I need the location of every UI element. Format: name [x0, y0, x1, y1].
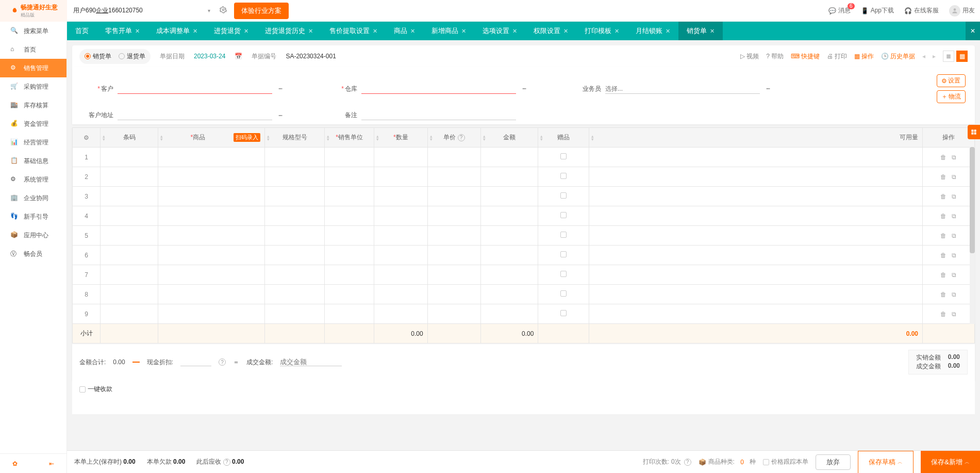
messages-link[interactable]: 💬 消息 6	[828, 6, 851, 15]
nav-item-4[interactable]: 🏬库存核算	[0, 96, 67, 115]
support-link[interactable]: 🎧 在线客服	[904, 6, 939, 15]
help-icon[interactable]: ?	[684, 459, 691, 466]
col-product[interactable]: ▴▾*商品扫码录入	[158, 128, 264, 148]
col-avail[interactable]: ▴▾可用量	[589, 128, 922, 148]
col-spec[interactable]: ▴▾规格型号	[264, 128, 324, 148]
delete-row-icon[interactable]: 🗑	[940, 232, 946, 239]
calendar-icon[interactable]: 📅	[235, 53, 242, 60]
close-icon[interactable]: ✕	[193, 28, 197, 35]
delete-row-icon[interactable]: 🗑	[940, 173, 946, 181]
brand-logo[interactable]: 畅捷通好生意 精品版	[0, 0, 67, 22]
nav-item-11[interactable]: 📦应用中心	[0, 226, 67, 244]
warehouse-lookup-icon[interactable]: ···	[520, 85, 528, 92]
table-row[interactable]: 8🗑⧉	[73, 285, 975, 304]
app-download-link[interactable]: 📱 App下载	[861, 6, 894, 15]
copy-row-icon[interactable]: ⧉	[952, 213, 956, 220]
table-row[interactable]: 2🗑⧉	[73, 167, 975, 187]
nav-item-9[interactable]: 🏢企业协同	[0, 189, 67, 207]
nav-item-1[interactable]: ⌂首页	[0, 40, 67, 59]
tab-8[interactable]: 选项设置✕	[474, 22, 525, 40]
table-row[interactable]: 1🗑⧉	[73, 148, 975, 167]
delete-row-icon[interactable]: 🗑	[940, 154, 946, 161]
view-card-icon[interactable]: ▦	[956, 51, 968, 62]
settings-button[interactable]: ⚙ 设置	[937, 74, 966, 87]
nav-item-12[interactable]: Ⓥ畅会员	[0, 244, 67, 263]
collapse-icon[interactable]: ⇤	[49, 460, 54, 467]
col-barcode[interactable]: ▴▾条码	[101, 128, 158, 148]
col-gift[interactable]: ▴▾赠品	[538, 128, 589, 148]
tab-4[interactable]: 进货退货历史✕	[257, 22, 321, 40]
gear-icon[interactable]	[220, 6, 227, 15]
nav-item-7[interactable]: 📋基础信息	[0, 152, 67, 170]
copy-row-icon[interactable]: ⧉	[952, 193, 956, 200]
print-link[interactable]: 🖨 打印	[827, 52, 847, 61]
discard-button[interactable]: 放弃	[816, 454, 851, 470]
save-new-button[interactable]: 保存&新增︿	[921, 451, 980, 474]
help-icon[interactable]: ?	[458, 134, 465, 141]
help-link[interactable]: ? 帮助	[766, 52, 784, 61]
price-track-checkbox[interactable]: 价格跟踪本单	[763, 458, 808, 466]
nav-item-5[interactable]: 💰资金管理	[0, 115, 67, 133]
close-icon[interactable]: ✕	[710, 28, 715, 35]
next-record-icon[interactable]: ▸	[933, 53, 936, 60]
gift-checkbox[interactable]	[560, 173, 567, 179]
table-row[interactable]: 6🗑⧉	[73, 246, 975, 265]
delete-row-icon[interactable]: 🗑	[940, 213, 946, 220]
ops-link[interactable]: ▦ 操作	[854, 52, 874, 61]
help-icon[interactable]: ?	[223, 459, 230, 466]
chevron-down-icon[interactable]: ▾	[208, 8, 210, 13]
tab-9[interactable]: 权限设置✕	[525, 22, 576, 40]
table-row[interactable]: 9🗑⧉	[73, 304, 975, 324]
close-all-tabs-icon[interactable]: ✕	[966, 22, 980, 40]
history-link[interactable]: 🕒 历史单据	[881, 52, 915, 61]
tab-0[interactable]: 首页	[67, 22, 97, 40]
close-icon[interactable]: ✕	[666, 28, 670, 35]
close-icon[interactable]: ✕	[410, 28, 415, 35]
col-unit[interactable]: ▴▾*销售单位	[325, 128, 374, 148]
shortcut-link[interactable]: ⌨ 快捷键	[791, 52, 820, 61]
gift-checkbox[interactable]	[560, 251, 567, 257]
tab-12[interactable]: 销货单✕	[678, 22, 723, 40]
close-icon[interactable]: ✕	[461, 28, 466, 35]
delete-row-icon[interactable]: 🗑	[940, 252, 946, 259]
table-row[interactable]: 7🗑⧉	[73, 265, 975, 285]
gift-checkbox[interactable]	[560, 153, 567, 159]
deal-input[interactable]	[280, 358, 342, 366]
tab-1[interactable]: 零售开单✕	[97, 22, 148, 40]
video-link[interactable]: ▷ 视频	[740, 52, 759, 61]
remark-input[interactable]	[361, 110, 516, 120]
nav-item-10[interactable]: 👣新手引导	[0, 207, 67, 226]
nav-item-0[interactable]: 🔍搜索菜单	[0, 22, 67, 40]
save-draft-button[interactable]: 保存草稿︿	[858, 451, 913, 474]
onekey-checkbox[interactable]: 一键收款	[79, 385, 968, 394]
cash-discount-input[interactable]	[180, 358, 211, 366]
gift-checkbox[interactable]	[560, 310, 567, 316]
side-drawer-toggle[interactable]	[968, 125, 980, 139]
copy-row-icon[interactable]: ⧉	[952, 271, 956, 279]
col-gear[interactable]: ⚙	[73, 128, 101, 148]
prev-record-icon[interactable]: ◂	[922, 53, 925, 60]
salesperson-input[interactable]	[605, 84, 760, 94]
experience-button[interactable]: 体验行业方案	[234, 3, 289, 19]
copy-row-icon[interactable]: ⧉	[952, 291, 956, 298]
copy-row-icon[interactable]: ⧉	[952, 311, 956, 318]
copy-row-icon[interactable]: ⧉	[952, 173, 956, 181]
radio-return[interactable]: 退货单	[119, 52, 145, 61]
tab-2[interactable]: 成本调整单✕	[148, 22, 206, 40]
help-icon[interactable]: ?	[219, 358, 226, 366]
close-icon[interactable]: ✕	[563, 28, 568, 35]
gift-checkbox[interactable]	[560, 232, 567, 238]
col-price[interactable]: ▴▾单价 ?	[427, 128, 481, 148]
tab-3[interactable]: 进货退货✕	[206, 22, 257, 40]
close-icon[interactable]: ✕	[244, 28, 248, 35]
gift-checkbox[interactable]	[560, 212, 567, 218]
copy-row-icon[interactable]: ⧉	[952, 232, 956, 239]
table-scrollbar[interactable]	[970, 147, 975, 324]
copy-row-icon[interactable]: ⧉	[952, 154, 956, 161]
table-row[interactable]: 3🗑⧉	[73, 187, 975, 206]
scan-tag[interactable]: 扫码录入	[234, 133, 260, 142]
col-amount[interactable]: ▴▾金额	[481, 128, 538, 148]
delete-row-icon[interactable]: 🗑	[940, 311, 946, 318]
nav-item-6[interactable]: 📊经营管理	[0, 133, 67, 152]
delete-row-icon[interactable]: 🗑	[940, 271, 946, 279]
